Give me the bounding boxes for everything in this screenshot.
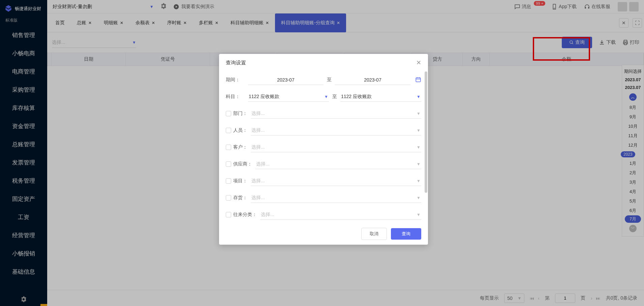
filter-row: 往来分类： 选择...▼ [226,210,421,220]
subject-label: 科目： [226,94,245,100]
checkbox[interactable] [226,161,231,167]
filter-row: 供应商： 选择...▼ [226,159,421,169]
checkbox[interactable] [226,195,231,201]
filter-row: 客户： 选择...▼ [226,142,421,152]
chevron-down-icon: ▼ [417,128,421,133]
filter-row: 人员： 选择...▼ [226,125,421,135]
chevron-down-icon: ▼ [324,94,328,99]
cancel-button[interactable]: 取消 [361,228,387,240]
checkbox[interactable] [226,111,231,116]
inventory-select[interactable]: 选择...▼ [251,193,421,203]
chevron-down-icon: ▼ [417,111,421,116]
chevron-down-icon: ▼ [417,212,421,217]
subject-from-select[interactable]: 1122 应收账款▼ [248,92,329,102]
chevron-down-icon: ▼ [417,145,421,150]
category-select[interactable]: 选择...▼ [260,210,421,220]
filter-row: 存货： 选择...▼ [226,193,421,203]
chevron-down-icon: ▼ [417,94,421,99]
period-label: 期间： [226,77,245,83]
svg-rect-1 [416,78,421,82]
query-settings-modal: 查询设置 ✕ 期间： 2023-07 至 2023-07 科目： 1122 应收… [219,54,428,245]
filter-row: 部门： 选择...▼ [226,109,421,119]
close-icon[interactable]: ✕ [416,59,421,66]
person-select[interactable]: 选择...▼ [251,125,421,135]
submit-button[interactable]: 查询 [391,228,421,240]
subject-row: 科目： 1122 应收账款▼ 至 1122 应收账款▼ [226,92,421,102]
period-row: 期间： 2023-07 至 2023-07 [226,75,421,85]
chevron-down-icon: ▼ [417,179,421,183]
modal-footer: 取消 查询 [219,223,428,245]
filter-row: 项目： 选择...▼ [226,176,421,186]
period-to-input[interactable]: 2023-07 [335,75,410,85]
chevron-down-icon: ▼ [417,195,421,200]
subject-to-select[interactable]: 1122 应收账款▼ [340,92,421,102]
calendar-icon[interactable] [415,76,421,84]
chevron-down-icon: ▼ [417,162,421,166]
project-select[interactable]: 选择...▼ [251,176,421,186]
to-label: 至 [327,77,332,83]
supplier-select[interactable]: 选择...▼ [255,159,421,169]
checkbox[interactable] [226,145,231,150]
checkbox[interactable] [226,178,231,184]
dept-select[interactable]: 选择...▼ [251,109,421,119]
customer-select[interactable]: 选择...▼ [251,142,421,152]
modal-body: 期间： 2023-07 至 2023-07 科目： 1122 应收账款▼ 至 1… [219,71,428,223]
checkbox[interactable] [226,212,231,217]
modal-header: 查询设置 ✕ [219,54,428,71]
period-from-input[interactable]: 2023-07 [248,75,324,85]
modal-title: 查询设置 [226,60,246,66]
checkbox[interactable] [226,128,231,133]
scrollbar[interactable] [425,71,427,223]
